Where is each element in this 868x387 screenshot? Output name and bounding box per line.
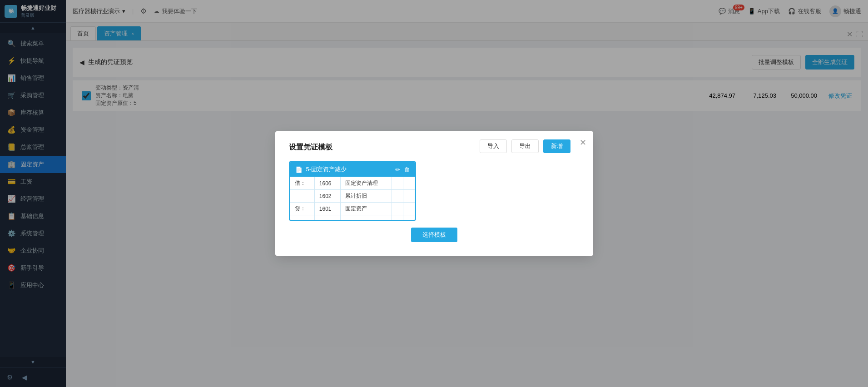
template-edit-icon[interactable]: ✏ (395, 166, 400, 173)
template-row-2: 1602 累计折旧 (290, 190, 415, 203)
name-cell (341, 215, 392, 220)
col4-cell (403, 177, 415, 190)
code-cell: 1602 (314, 190, 341, 203)
code-cell (314, 215, 341, 220)
col3-cell (392, 190, 403, 203)
template-card-header: 📄 5-固定资产减少 ✏ 🗑 (290, 162, 415, 177)
name-cell: 固定资产清理 (341, 177, 392, 190)
col4-cell (403, 203, 415, 215)
name-cell: 累计折旧 (341, 190, 392, 203)
new-btn[interactable]: 新增 (543, 139, 570, 153)
col3-cell (392, 177, 403, 190)
select-template-btn[interactable]: 选择模板 (411, 228, 457, 242)
col4-cell (403, 190, 415, 203)
modal-dialog: 设置凭证模板 ✕ 导入 导出 新增 📄 5-固定资产减少 ✏ 🗑 借： 1606… (275, 131, 593, 256)
modal-close-btn[interactable]: ✕ (580, 138, 586, 148)
side-cell (290, 190, 314, 203)
code-cell: 1606 (314, 177, 341, 190)
template-title: 5-固定资产减少 (306, 165, 392, 174)
template-table: 借： 1606 固定资产清理 1602 累计折旧 贷： (290, 177, 415, 220)
export-btn[interactable]: 导出 (511, 139, 539, 153)
template-doc-icon: 📄 (295, 166, 303, 173)
col4-cell (403, 215, 415, 220)
import-btn[interactable]: 导入 (480, 139, 507, 153)
template-delete-icon[interactable]: 🗑 (404, 166, 410, 173)
template-row-1: 借： 1606 固定资产清理 (290, 177, 415, 190)
side-cell (290, 215, 314, 220)
side-cell: 贷： (290, 203, 314, 215)
code-cell: 1601 (314, 203, 341, 215)
template-row-3: 贷： 1601 固定资产 (290, 203, 415, 215)
template-card: 📄 5-固定资产减少 ✏ 🗑 借： 1606 固定资产清理 1 (289, 161, 416, 221)
modal-overlay: 设置凭证模板 ✕ 导入 导出 新增 📄 5-固定资产减少 ✏ 🗑 借： 1606… (0, 0, 868, 387)
col3-cell (392, 215, 403, 220)
template-row-4 (290, 215, 415, 220)
name-cell: 固定资产 (341, 203, 392, 215)
col3-cell (392, 203, 403, 215)
side-cell: 借： (290, 177, 314, 190)
modal-actions: 导入 导出 新增 (480, 139, 570, 153)
